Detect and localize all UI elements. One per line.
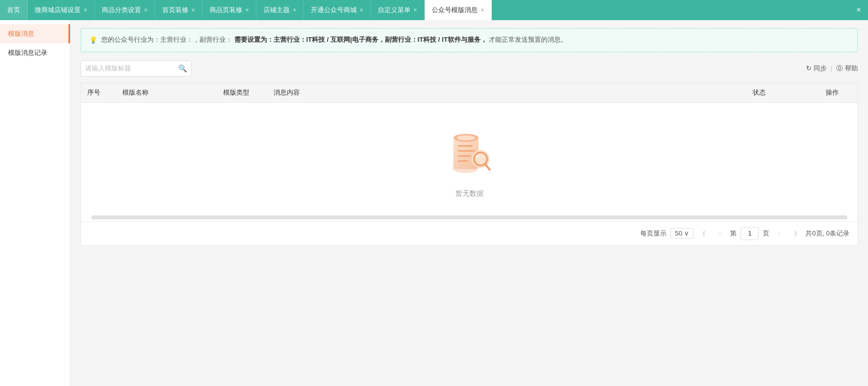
- search-row: 🔍 ↻ 同步 | ⓪ 帮助: [81, 60, 858, 76]
- nav-tab-homepage[interactable]: 首页装修 ×: [155, 0, 203, 20]
- sync-icon: ↻: [806, 64, 812, 72]
- nav-tab-template-msg[interactable]: 公众号模版消息 ×: [425, 0, 492, 20]
- nav-tab-theme[interactable]: 店铺主题 ×: [256, 0, 304, 20]
- nav-tab-wshop-label: 微商城店铺设置: [35, 6, 81, 15]
- nav-tab-home-label: 首页: [7, 6, 20, 15]
- page-next-button[interactable]: ›: [773, 227, 785, 240]
- close-custommenu-icon[interactable]: ×: [414, 7, 417, 13]
- empty-text: 暂无数据: [455, 189, 484, 198]
- notice-banner: 💡 您的公众号行业为：主营行业：，副营行业： 需要设置为：主营行业：IT科技 /…: [81, 28, 858, 52]
- nav-tab-wechat-shop[interactable]: 开通公众号商城 ×: [304, 0, 371, 20]
- sidebar: 模版消息 模版消息记录: [0, 20, 71, 386]
- svg-point-12: [476, 155, 480, 159]
- main-layout: 模版消息 模版消息记录 💡 您的公众号行业为：主营行业：，副营行业： 需要设置为…: [0, 20, 868, 386]
- page-label-post: 页: [763, 229, 769, 238]
- sidebar-item-template-label: 模版消息: [8, 30, 34, 37]
- page-input[interactable]: [741, 227, 759, 240]
- sidebar-item-template-record-label: 模版消息记录: [8, 49, 47, 56]
- nav-tab-custommenu[interactable]: 自定义菜单 ×: [371, 0, 425, 20]
- th-seq: 序号: [81, 83, 116, 102]
- page-prev-button[interactable]: ‹: [714, 227, 726, 240]
- svg-point-4: [457, 135, 475, 140]
- nav-tab-wechat-shop-label: 开通公众号商城: [311, 6, 357, 15]
- toolbar-divider: |: [831, 64, 832, 72]
- nav-tab-wshop[interactable]: 微商城店铺设置 ×: [28, 0, 95, 20]
- th-status: 状态: [747, 83, 807, 102]
- search-icon[interactable]: 🔍: [178, 64, 187, 72]
- sidebar-item-template-record[interactable]: 模版消息记录: [0, 43, 70, 62]
- content-area: 💡 您的公众号行业为：主营行业：，副营行业： 需要设置为：主营行业：IT科技 /…: [71, 20, 868, 386]
- nav-tab-template-msg-label: 公众号模版消息: [432, 6, 478, 15]
- sidebar-item-template[interactable]: 模版消息: [0, 24, 70, 43]
- empty-illustration: [439, 123, 500, 183]
- sync-label: 同步: [814, 64, 827, 73]
- close-wechat-shop-icon[interactable]: ×: [360, 7, 363, 13]
- nav-tab-category-label: 商品分类设置: [102, 6, 141, 15]
- close-template-msg-icon[interactable]: ×: [481, 7, 484, 13]
- per-page-select[interactable]: 50 ∨: [671, 228, 694, 239]
- close-homepage-icon[interactable]: ×: [191, 7, 195, 13]
- close-all-button[interactable]: ×: [849, 6, 868, 15]
- page-label-pre: 第: [730, 229, 737, 238]
- nav-tab-theme-label: 店铺主题: [263, 6, 290, 15]
- close-theme-icon[interactable]: ×: [293, 7, 296, 13]
- th-name: 模版名称: [116, 83, 217, 102]
- notice-suffix: 才能正常发送预置的消息。: [489, 36, 567, 43]
- th-type: 模版类型: [217, 83, 268, 102]
- close-product-icon[interactable]: ×: [245, 7, 249, 13]
- notice-text: 您的公众号行业为：主营行业：，副营行业： 需要设置为：主营行业：IT科技 / 互…: [101, 35, 567, 45]
- data-table: 序号 模版名称 模版类型 消息内容 状态 操作: [81, 83, 858, 246]
- toolbar-right: ↻ 同步 | ⓪ 帮助: [806, 64, 858, 73]
- th-action: 操作: [807, 83, 857, 102]
- notice-highlight: 需要设置为：主营行业：IT科技 / 互联网|电子商务，副营行业：IT科技 / I…: [234, 36, 487, 43]
- nav-tab-homepage-label: 首页装修: [162, 6, 188, 15]
- nav-tab-home[interactable]: 首页: [0, 0, 28, 20]
- nav-tab-product-label: 商品页装修: [210, 6, 242, 15]
- empty-state: 暂无数据: [81, 103, 857, 213]
- per-page-label: 每页显示: [640, 229, 666, 238]
- scroll-bar-row: [81, 213, 857, 221]
- notice-prefix: 您的公众号行业为：主营行业：，副营行业：: [101, 36, 232, 43]
- page-first-button[interactable]: ⟪: [698, 227, 710, 240]
- scroll-bar[interactable]: [91, 215, 847, 219]
- nav-tab-product[interactable]: 商品页装修 ×: [203, 0, 256, 20]
- help-label: 帮助: [845, 64, 858, 73]
- bulb-icon: 💡: [89, 35, 97, 46]
- search-input-wrap[interactable]: 🔍: [81, 60, 191, 76]
- help-circle-icon: ⓪: [836, 64, 843, 73]
- total-info: 共0页, 0条记录: [806, 229, 849, 238]
- table-header: 序号 模版名称 模版类型 消息内容 状态 操作: [81, 83, 857, 103]
- nav-tab-category[interactable]: 商品分类设置 ×: [95, 0, 155, 20]
- th-content: 消息内容: [268, 83, 747, 102]
- sync-button[interactable]: ↻ 同步: [806, 64, 827, 73]
- pagination: 每页显示 50 ∨ ⟪ ‹ 第 页 › ⟫ 共0页, 0条记录: [81, 221, 857, 245]
- top-nav: 首页 微商城店铺设置 × 商品分类设置 × 首页装修 × 商品页装修 × 店铺主…: [0, 0, 868, 20]
- chevron-down-icon: ∨: [684, 229, 689, 237]
- help-button[interactable]: ⓪ 帮助: [836, 64, 858, 73]
- nav-tab-custommenu-label: 自定义菜单: [378, 6, 411, 15]
- search-input[interactable]: [85, 64, 178, 72]
- close-category-icon[interactable]: ×: [144, 7, 148, 13]
- per-page-value: 50: [675, 229, 682, 237]
- close-wshop-icon[interactable]: ×: [84, 7, 87, 13]
- page-last-button[interactable]: ⟫: [789, 227, 802, 240]
